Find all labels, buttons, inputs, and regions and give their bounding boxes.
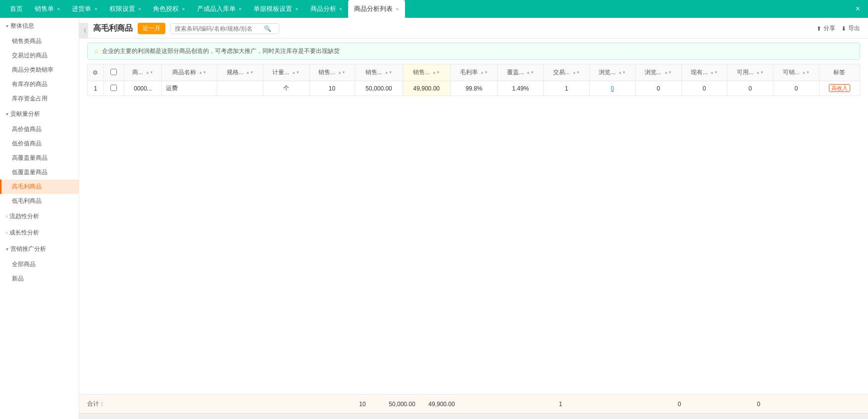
search-icon[interactable]: 🔍 — [264, 25, 271, 32]
sidebar-section-growth[interactable]: › 成长性分析 — [0, 225, 79, 241]
share-button[interactable]: ⬆ 分享 — [817, 24, 835, 33]
sidebar-item-low-value[interactable]: 低价值商品 — [0, 137, 79, 151]
arrow-down-icon-3: ▾ — [6, 246, 8, 252]
col-sales-amount[interactable]: 销售... ▲▼ — [355, 64, 403, 81]
sidebar-item-low-margin[interactable]: 低毛利商品 — [0, 194, 79, 208]
sidebar-section-trend[interactable]: › 流趋性分析 — [0, 208, 79, 225]
sort-arrows-views2: ▲▼ — [664, 71, 672, 75]
arrow-right-icon: › — [6, 214, 7, 219]
arrow-down-icon-2: ▾ — [6, 111, 8, 117]
nav-home[interactable]: 首页 — [4, 0, 29, 18]
nav-permission[interactable]: 权限设置 × — [103, 0, 147, 18]
col-settings[interactable]: ⚙ — [88, 64, 104, 81]
footer-sales-amount: 50,000.00 — [382, 401, 422, 408]
arrow-right-icon-2: › — [6, 230, 7, 235]
nav-analysis-list[interactable]: 商品分析列表 × — [348, 0, 405, 18]
sort-arrows-coverage: ▲▼ — [526, 71, 534, 75]
cell-views2: 0 — [635, 81, 681, 96]
col-tag[interactable]: 标签 — [819, 64, 860, 81]
horizontal-scrollbar[interactable] — [79, 413, 868, 419]
views1-link[interactable]: 0 — [611, 85, 614, 92]
col-sales-profit[interactable]: 销售... ▲▼ — [403, 64, 450, 81]
nav-close-permission[interactable]: × — [138, 6, 141, 12]
search-box[interactable]: 🔍 — [170, 23, 279, 34]
col-saleable[interactable]: 可销... ▲▼ — [773, 64, 819, 81]
sidebar-item-all-goods[interactable]: 全部商品 — [0, 257, 79, 272]
nav-close-role[interactable]: × — [182, 6, 185, 12]
col-gross-rate[interactable]: 毛利率 ▲▼ — [450, 64, 497, 81]
filter-recent-month-button[interactable]: 近一月 — [138, 23, 165, 34]
nav-template[interactable]: 单据模板设置 × — [248, 0, 304, 18]
sort-arrows-spec: ▲▼ — [246, 71, 254, 75]
sidebar-item-sales-goods[interactable]: 销售类商品 — [0, 34, 79, 48]
sidebar-item-high-coverage[interactable]: 高覆盖量商品 — [0, 151, 79, 165]
nav-close-analysis-list[interactable]: × — [396, 6, 399, 12]
sidebar-item-high-margin[interactable]: 高毛利商品 — [0, 180, 79, 194]
nav-close-analysis[interactable]: × — [339, 6, 342, 12]
nav-sales-order[interactable]: 销售单 × — [29, 0, 66, 18]
nav-close-product-stock[interactable]: × — [239, 6, 242, 12]
sort-arrows-amount: ▲▼ — [385, 71, 393, 75]
sidebar-section-marketing[interactable]: ▾ 营销推广分析 — [0, 241, 79, 257]
table-row: 1 0000... 运费 个 10 50,000.00 49,900.00 99… — [88, 81, 860, 96]
nav-product-analysis[interactable]: 商品分析 × — [305, 0, 348, 18]
main-container: ▾ 整体信息 销售类商品 交易过的商品 商品分类助销率 有库存的商品 库存资金占… — [0, 18, 868, 419]
cell-views1[interactable]: 0 — [589, 81, 635, 96]
cell-tag: 高收入 — [819, 81, 860, 96]
sidebar-item-high-value[interactable]: 高价值商品 — [0, 122, 79, 137]
cell-available: 0 — [727, 81, 773, 96]
footer-saleable: 0 — [739, 401, 778, 408]
footer-sales-profit: 49,900.00 — [422, 401, 461, 408]
nav-close-purchase[interactable]: × — [94, 6, 97, 12]
cell-unit: 个 — [263, 81, 309, 96]
sidebar-item-low-coverage[interactable]: 低覆盖量商品 — [0, 165, 79, 180]
sidebar-item-stocked-goods[interactable]: 有库存的商品 — [0, 77, 79, 92]
nav-product-stock[interactable]: 产成品入库单 × — [191, 0, 248, 18]
col-checkbox[interactable] — [103, 64, 124, 81]
info-banner: ☆ 企业的主要的利润都是这部分商品创造的，可考虑加大推广，同时关注库存是不要出现… — [87, 43, 860, 60]
select-all-checkbox[interactable] — [110, 69, 117, 75]
col-code[interactable]: 商... ▲▼ — [124, 64, 161, 81]
search-input[interactable] — [175, 25, 264, 32]
sort-arrows-stock: ▲▼ — [710, 71, 718, 75]
sort-arrows-profit: ▲▼ — [432, 71, 440, 75]
col-transactions[interactable]: 交易... ▲▼ — [544, 64, 590, 81]
col-views2[interactable]: 浏览... ▲▼ — [635, 64, 681, 81]
sort-arrows-saleable: ▲▼ — [802, 71, 810, 75]
sidebar-item-new-goods[interactable]: 新品 — [0, 272, 79, 286]
nav-role[interactable]: 角色授权 × — [147, 0, 191, 18]
nav-close-sales[interactable]: × — [57, 6, 60, 12]
nav-close-template[interactable]: × — [295, 6, 298, 12]
col-coverage[interactable]: 覆盖... ▲▼ — [498, 64, 544, 81]
cell-saleable: 0 — [773, 81, 819, 96]
footer-spacer5 — [699, 401, 739, 408]
content-header: 高毛利商品 近一月 🔍 ⬆ 分享 ⬇ 导出 — [79, 18, 868, 39]
col-current-stock[interactable]: 现有... ▲▼ — [681, 64, 727, 81]
sidebar-item-category-rate[interactable]: 商品分类助销率 — [0, 63, 79, 77]
col-name[interactable]: 商品名称 ▲▼ — [162, 64, 217, 81]
footer-current-stock: 0 — [660, 401, 699, 408]
sidebar-item-stock-capital[interactable]: 库存资金占用 — [0, 92, 79, 106]
nav-purchase[interactable]: 进货单 × — [66, 0, 103, 18]
col-name-label: 商品名称 — [172, 68, 196, 77]
col-unit[interactable]: 计量... ▲▼ — [263, 64, 309, 81]
col-current-stock-label: 现有... — [691, 68, 708, 77]
col-views1[interactable]: 浏览... ▲▼ — [589, 64, 635, 81]
row-checkbox[interactable] — [110, 85, 117, 91]
sidebar-item-traded-goods[interactable]: 交易过的商品 — [0, 48, 79, 63]
sidebar-section-overview[interactable]: ▾ 整体信息 — [0, 18, 79, 34]
col-spec-label: 规格... — [227, 68, 244, 77]
data-table-container: ⚙ 商... ▲▼ 商品名称 — [87, 64, 860, 394]
scrollbar-track[interactable] — [79, 414, 868, 419]
col-sales-qty[interactable]: 销售... ▲▼ — [309, 64, 355, 81]
col-spec[interactable]: 规格... ▲▼ — [217, 64, 263, 81]
col-available[interactable]: 可用... ▲▼ — [727, 64, 773, 81]
export-button[interactable]: ⬇ 导出 — [841, 24, 860, 33]
nav-close-all-button[interactable]: × — [852, 4, 864, 13]
sidebar-section-contribution[interactable]: ▾ 贡献量分析 — [0, 106, 79, 122]
cell-checkbox[interactable] — [103, 81, 124, 96]
sidebar-collapse-button[interactable]: 《 — [79, 23, 88, 39]
col-unit-label: 计量... — [272, 68, 289, 77]
col-available-label: 可用... — [737, 68, 754, 77]
sort-arrows-code: ▲▼ — [146, 71, 153, 75]
